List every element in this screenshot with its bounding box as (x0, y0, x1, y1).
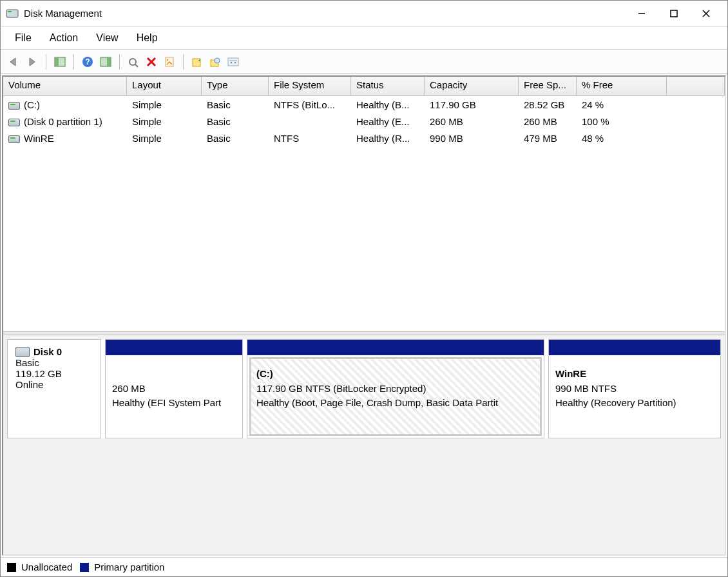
volume-icon (8, 119, 20, 126)
partition-block[interactable]: WinRE 990 MB NTFS Healthy (Recovery Part… (548, 339, 721, 438)
volume-type: Basic (202, 115, 269, 128)
col-status[interactable]: Status (351, 77, 425, 95)
volume-free-space: 28.52 GB (519, 99, 577, 111)
volume-layout: Simple (127, 132, 202, 144)
disk-status: Online (15, 379, 93, 390)
svg-rect-0 (6, 10, 18, 17)
close-button[interactable] (690, 2, 722, 25)
volume-list-header: Volume Layout Type File System Status Ca… (3, 77, 725, 96)
partition-size: 990 MB NTFS (555, 382, 714, 396)
partition-status: Healthy (EFI System Part (112, 396, 236, 411)
volume-free-space: 260 MB (519, 115, 577, 128)
legend-label-primary: Primary partition (94, 562, 164, 572)
disk-info-panel[interactable]: Disk 0 Basic 119.12 GB Online (7, 339, 101, 438)
volume-row[interactable]: (C:)SimpleBasicNTFS (BitLo...Healthy (B.… (3, 96, 725, 113)
volume-icon (8, 102, 20, 110)
volume-status: Healthy (B... (351, 99, 425, 111)
partition-colorbar (549, 340, 720, 355)
disk-type: Basic (15, 357, 93, 368)
volume-filesystem: NTFS (BitLo... (269, 99, 351, 111)
refresh-button[interactable] (125, 54, 142, 70)
svg-line-13 (135, 64, 138, 67)
col-free-space[interactable]: Free Sp... (519, 77, 577, 95)
minimize-button[interactable] (626, 2, 658, 25)
settings-button[interactable] (225, 54, 242, 70)
partition-size: 117.90 GB NTFS (BitLocker Encrypted) (256, 382, 535, 396)
disk-icon (15, 347, 30, 357)
titlebar: Disk Management (1, 1, 727, 26)
volume-name: (C:) (24, 99, 40, 110)
col-capacity[interactable]: Capacity (425, 77, 519, 95)
maximize-button[interactable] (658, 2, 690, 25)
legend-swatch-primary (80, 563, 89, 572)
volume-row[interactable]: (Disk 0 partition 1)SimpleBasicHealthy (… (3, 113, 725, 130)
col-extra[interactable] (667, 77, 725, 95)
volume-capacity: 260 MB (425, 115, 519, 128)
partition-block[interactable]: 260 MB Healthy (EFI System Part (105, 339, 243, 438)
window-title: Disk Management (24, 8, 102, 19)
col-type[interactable]: Type (202, 77, 269, 95)
volume-name: (Disk 0 partition 1) (24, 116, 102, 127)
menu-view[interactable]: View (87, 30, 127, 46)
col-percent-free[interactable]: % Free (577, 77, 667, 95)
rescan-disks-button[interactable] (189, 54, 206, 70)
disk-management-window: Disk Management File Action View Help ? (0, 0, 728, 577)
app-icon (6, 8, 19, 19)
svg-point-23 (231, 61, 232, 63)
volume-filesystem (269, 121, 351, 122)
col-layout[interactable]: Layout (127, 77, 202, 95)
partition-status: Healthy (Boot, Page File, Crash Dump, Ba… (256, 396, 535, 411)
help-button[interactable]: ? (79, 54, 96, 70)
svg-point-24 (235, 61, 236, 63)
disk-name: Disk 0 (34, 346, 62, 357)
find-button[interactable] (207, 54, 224, 70)
partition-block[interactable]: (C:) 117.90 GB NTFS (BitLocker Encrypted… (247, 339, 544, 438)
volume-percent-free: 24 % (577, 99, 667, 111)
volume-name: WinRE (24, 133, 54, 144)
disk-row: Disk 0 Basic 119.12 GB Online 260 MB Hea… (7, 339, 721, 438)
partition-colorbar (247, 340, 544, 355)
svg-point-17 (167, 59, 168, 60)
col-volume[interactable]: Volume (3, 77, 127, 95)
volume-type: Basic (202, 132, 269, 144)
volume-free-space: 479 MB (519, 132, 577, 144)
legend-bar: Unallocated Primary partition (1, 557, 727, 576)
volume-type: Basic (202, 99, 269, 111)
volume-capacity: 990 MB (425, 132, 519, 144)
svg-rect-11 (107, 57, 111, 66)
forward-button[interactable] (24, 54, 41, 70)
volume-layout: Simple (127, 115, 202, 128)
volume-list[interactable]: Volume Layout Type File System Status Ca… (3, 77, 725, 331)
partition-size: 260 MB (112, 382, 236, 396)
show-hide-console-tree-button[interactable] (52, 54, 68, 70)
svg-rect-1 (8, 11, 12, 12)
delete-button[interactable] (143, 54, 160, 70)
volume-percent-free: 100 % (577, 115, 667, 128)
volume-percent-free: 48 % (577, 132, 667, 144)
volume-layout: Simple (127, 99, 202, 111)
partition-title: WinRE (555, 368, 586, 379)
menu-help[interactable]: Help (128, 30, 167, 46)
svg-rect-21 (228, 58, 238, 66)
partition-status: Healthy (Recovery Partition) (555, 396, 714, 411)
menu-file[interactable]: File (6, 30, 41, 46)
volume-filesystem: NTFS (269, 132, 351, 144)
svg-rect-3 (671, 10, 677, 17)
content-area: Volume Layout Type File System Status Ca… (2, 75, 726, 556)
menubar: File Action View Help (1, 26, 727, 50)
back-button[interactable] (6, 54, 23, 70)
volume-status: Healthy (R... (351, 132, 425, 144)
toolbar: ? (1, 50, 727, 74)
show-hide-action-pane-button[interactable] (97, 54, 114, 70)
graphical-view: Disk 0 Basic 119.12 GB Online 260 MB Hea… (3, 335, 725, 554)
svg-rect-7 (55, 57, 59, 66)
svg-text:?: ? (85, 57, 90, 66)
properties-button[interactable] (161, 54, 178, 70)
volume-icon (8, 135, 20, 143)
volume-row[interactable]: WinRESimpleBasicNTFSHealthy (R...990 MB4… (3, 130, 725, 146)
menu-action[interactable]: Action (41, 30, 87, 46)
volume-capacity: 117.90 GB (425, 99, 519, 111)
col-filesystem[interactable]: File System (269, 77, 351, 95)
svg-point-12 (129, 59, 136, 65)
svg-point-20 (215, 58, 220, 63)
